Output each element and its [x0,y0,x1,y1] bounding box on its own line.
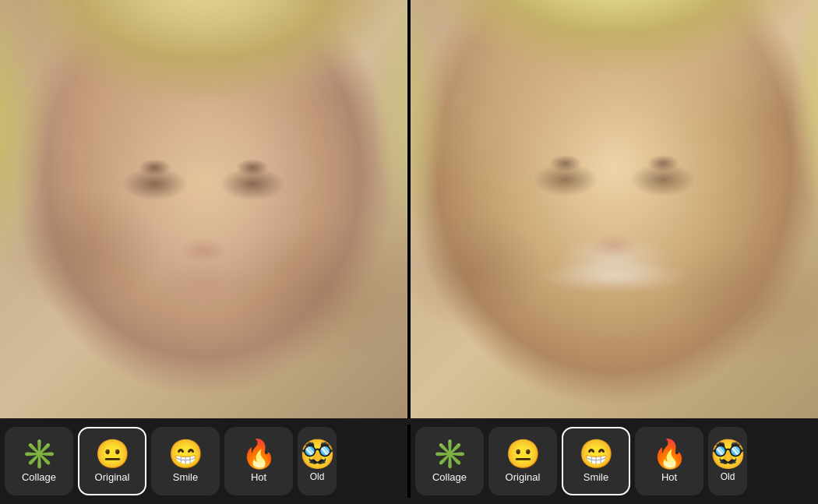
smile-emoji-right: 😁 [579,440,614,468]
smile-label-left: Smile [173,471,199,483]
btn-hot-left[interactable]: 🔥 Hot [224,427,293,495]
btn-original-left[interactable]: 😐 Original [78,427,146,495]
hot-label-right: Hot [661,471,677,483]
smile-label-right: Smile [584,471,609,483]
left-photo-panel [0,0,407,418]
collage-label-left: Collage [22,471,56,483]
original-label-right: Original [506,471,541,483]
toolbar-left: ✳️ Collage 😐 Original 😁 Smile 🔥 Hot 🥸 Ol… [0,427,407,495]
old-label-left: Old [310,471,325,482]
smile-emoji-left: 😁 [168,440,203,468]
hot-label-left: Hot [251,471,266,483]
btn-hot-right[interactable]: 🔥 Hot [635,427,703,495]
btn-old-right[interactable]: 🥸 Old [708,427,747,495]
btn-original-right[interactable]: 😐 Original [488,427,557,495]
old-emoji-right: 🥸 [710,440,746,468]
original-label-left: Original [95,471,130,483]
collage-label-right: Collage [432,471,467,483]
toolbar: ✳️ Collage 😐 Original 😁 Smile 🔥 Hot 🥸 Ol… [0,418,818,504]
face-details-right [411,0,818,418]
btn-collage-left[interactable]: ✳️ Collage [5,427,73,495]
old-label-right: Old [721,471,735,482]
main-content [0,0,818,418]
hot-emoji-left: 🔥 [242,440,277,468]
btn-smile-right[interactable]: 😁 Smile [562,427,630,495]
btn-old-left[interactable]: 🥸 Old [298,427,337,495]
toolbar-right: ✳️ Collage 😐 Original 😁 Smile 🔥 Hot 🥸 Ol… [411,427,818,495]
collage-emoji-right: ✳️ [432,440,467,468]
original-emoji-right: 😐 [506,440,541,468]
collage-emoji-left: ✳️ [22,440,57,468]
right-photo-panel [411,0,818,418]
original-emoji-left: 😐 [95,440,130,468]
face-details-left [0,0,407,418]
btn-collage-right[interactable]: ✳️ Collage [415,427,484,495]
hot-emoji-right: 🔥 [652,440,687,468]
btn-smile-left[interactable]: 😁 Smile [151,427,220,495]
old-emoji-left: 🥸 [300,440,335,468]
